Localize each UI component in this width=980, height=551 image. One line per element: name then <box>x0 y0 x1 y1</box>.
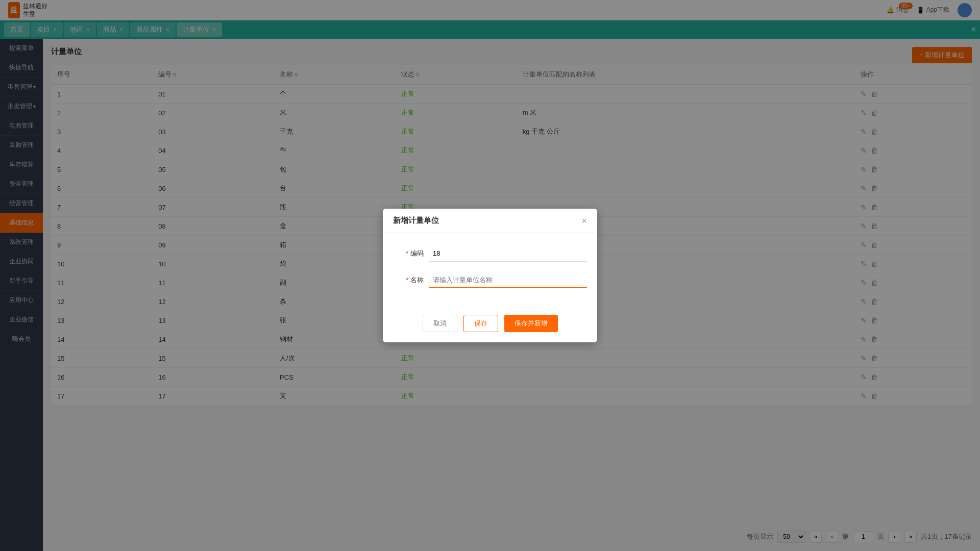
add-unit-modal: 新增计量单位 × 编码 名称 取消 保存 保存并新增 <box>383 209 597 342</box>
name-label: 名称 <box>393 276 424 285</box>
save-and-new-button[interactable]: 保存并新增 <box>504 315 558 332</box>
modal-header: 新增计量单位 × <box>383 209 597 233</box>
modal-overlay: 新增计量单位 × 编码 名称 取消 保存 保存并新增 <box>0 0 980 551</box>
code-input[interactable] <box>429 245 587 262</box>
modal-close-button[interactable]: × <box>581 216 587 226</box>
name-input[interactable] <box>429 272 587 288</box>
save-button[interactable]: 保存 <box>463 315 498 332</box>
cancel-button[interactable]: 取消 <box>423 315 457 332</box>
modal-footer: 取消 保存 保存并新增 <box>383 309 597 342</box>
form-item-code: 编码 <box>393 245 587 262</box>
code-label: 编码 <box>393 249 424 258</box>
modal-body: 编码 名称 <box>383 233 597 309</box>
form-item-name: 名称 <box>393 272 587 288</box>
modal-title: 新增计量单位 <box>393 216 439 226</box>
